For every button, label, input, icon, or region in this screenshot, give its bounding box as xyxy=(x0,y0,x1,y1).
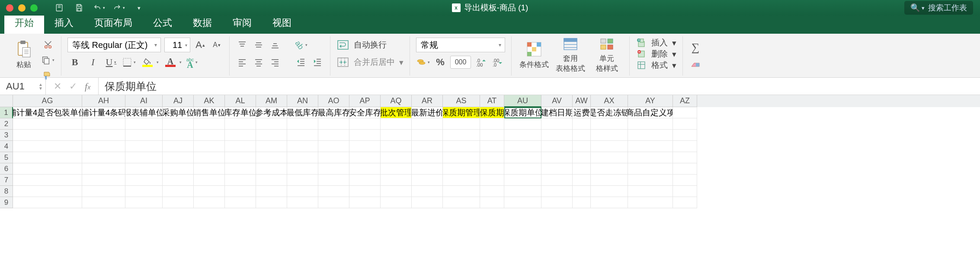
cell-AO1[interactable]: 最高库存 xyxy=(318,107,349,118)
cell-AP2[interactable] xyxy=(349,118,381,130)
cell-AY7[interactable] xyxy=(628,175,673,186)
cell-AT1[interactable]: 保质期 xyxy=(480,107,504,118)
search-box[interactable]: 🔍 ▾ 搜索工作表 xyxy=(904,1,973,15)
cut-button[interactable] xyxy=(41,38,55,51)
save-icon[interactable] xyxy=(70,2,88,13)
cell-AW5[interactable] xyxy=(573,152,591,163)
cell-AT6[interactable] xyxy=(480,163,504,175)
tab-review[interactable]: 审阅 xyxy=(222,13,262,34)
autosum-button[interactable]: ∑ xyxy=(689,41,702,54)
decrease-font-button[interactable]: A▾ xyxy=(210,38,223,51)
cell-AL8[interactable] xyxy=(225,186,256,197)
cell-AX5[interactable] xyxy=(591,152,628,163)
cell-AO8[interactable] xyxy=(318,186,349,197)
close-window[interactable] xyxy=(6,4,13,12)
cell-AX1[interactable]: 是否走冻链 xyxy=(591,107,628,118)
insert-function-button[interactable]: fx xyxy=(85,81,90,92)
cell-AY9[interactable] xyxy=(628,197,673,208)
cell-AS6[interactable] xyxy=(443,163,480,175)
border-button[interactable]: ▾ xyxy=(122,56,136,69)
cell-AY2[interactable] xyxy=(628,118,673,130)
cell-AK4[interactable] xyxy=(194,141,225,152)
cell-AM6[interactable] xyxy=(256,163,287,175)
copy-button[interactable]: ▾ xyxy=(41,54,55,67)
cell-AG5[interactable] xyxy=(13,152,82,163)
cell-AU6[interactable] xyxy=(504,163,541,175)
tab-insert[interactable]: 插入 xyxy=(44,13,84,34)
autosave-icon[interactable] xyxy=(51,2,68,13)
cell-AM2[interactable] xyxy=(256,118,287,130)
cell-AK2[interactable] xyxy=(194,118,225,130)
cell-AZ5[interactable] xyxy=(673,152,697,163)
select-all-corner[interactable] xyxy=(0,95,13,107)
cell-AK1[interactable]: 销售单位 xyxy=(194,107,225,118)
align-top-button[interactable] xyxy=(236,38,249,51)
cell-AV6[interactable] xyxy=(541,163,573,175)
col-header-AZ[interactable]: AZ xyxy=(673,95,697,107)
cell-AX3[interactable] xyxy=(591,130,628,141)
cell-AQ4[interactable] xyxy=(381,141,412,152)
cell-AN3[interactable] xyxy=(287,130,318,141)
cell-AG8[interactable] xyxy=(13,186,82,197)
cell-AO5[interactable] xyxy=(318,152,349,163)
col-header-AG[interactable]: AG xyxy=(13,95,82,107)
cell-AL5[interactable] xyxy=(225,152,256,163)
cell-AJ5[interactable] xyxy=(163,152,194,163)
cell-AI9[interactable] xyxy=(125,197,163,208)
cell-AY6[interactable] xyxy=(628,163,673,175)
cell-AZ4[interactable] xyxy=(673,141,697,152)
col-header-AN[interactable]: AN xyxy=(287,95,318,107)
cell-AL1[interactable]: 库存单位 xyxy=(225,107,256,118)
cell-AX2[interactable] xyxy=(591,118,628,130)
cell-AZ9[interactable] xyxy=(673,197,697,208)
cell-AG6[interactable] xyxy=(13,163,82,175)
col-header-AU[interactable]: AU xyxy=(504,95,541,107)
cell-AK7[interactable] xyxy=(194,175,225,186)
cell-AM1[interactable]: 参考成本 xyxy=(256,107,287,118)
cell-AJ1[interactable]: 采购单位 xyxy=(163,107,194,118)
tab-home[interactable]: 开始 xyxy=(4,13,44,34)
cell-AV9[interactable] xyxy=(541,197,573,208)
table-format-button[interactable]: 套用 表格格式 xyxy=(554,36,587,73)
cell-AH9[interactable] xyxy=(82,197,125,208)
cell-AH1[interactable]: 辅计量4条码 xyxy=(82,107,125,118)
cell-AT9[interactable] xyxy=(480,197,504,208)
row-header-4[interactable]: 4 xyxy=(0,141,13,152)
cell-AV8[interactable] xyxy=(541,186,573,197)
cell-AR6[interactable] xyxy=(412,163,443,175)
cell-AW8[interactable] xyxy=(573,186,591,197)
cell-AI1[interactable]: 报表辅单位 xyxy=(125,107,163,118)
col-header-AQ[interactable]: AQ xyxy=(381,95,412,107)
cell-AM5[interactable] xyxy=(256,152,287,163)
increase-indent-button[interactable] xyxy=(311,56,324,69)
cell-AI7[interactable] xyxy=(125,175,163,186)
row-header-5[interactable]: 5 xyxy=(0,152,13,163)
cell-AX4[interactable] xyxy=(591,141,628,152)
cell-AV4[interactable] xyxy=(541,141,573,152)
increase-font-button[interactable]: A▴ xyxy=(194,38,207,51)
cell-AH4[interactable] xyxy=(82,141,125,152)
orientation-button[interactable]: ab▾ xyxy=(295,38,308,51)
cell-AH7[interactable] xyxy=(82,175,125,186)
font-name-select[interactable]: 等线 Regular (正文) xyxy=(67,38,161,52)
row-header-9[interactable]: 9 xyxy=(0,197,13,208)
cell-AN4[interactable] xyxy=(287,141,318,152)
cell-AO2[interactable] xyxy=(318,118,349,130)
cell-AT8[interactable] xyxy=(480,186,504,197)
cell-AU1[interactable]: 保质期单位 xyxy=(504,107,541,118)
phonetic-button[interactable]: abcA▾ xyxy=(186,56,199,69)
cell-AI8[interactable] xyxy=(125,186,163,197)
row-header-2[interactable]: 2 xyxy=(0,118,13,130)
cell-AM4[interactable] xyxy=(256,141,287,152)
cell-AY1[interactable]: 商品自定义项 xyxy=(628,107,673,118)
cell-AP6[interactable] xyxy=(349,163,381,175)
align-bottom-button[interactable] xyxy=(269,38,282,51)
cell-AX9[interactable] xyxy=(591,197,628,208)
cell-AQ3[interactable] xyxy=(381,130,412,141)
cell-AG1[interactable]: 辅计量4是否包装单位 xyxy=(13,107,82,118)
cell-AV1[interactable]: 建档日期 xyxy=(541,107,573,118)
col-header-AJ[interactable]: AJ xyxy=(163,95,194,107)
cell-AR5[interactable] xyxy=(412,152,443,163)
decrease-indent-button[interactable] xyxy=(295,56,307,69)
cell-AR4[interactable] xyxy=(412,141,443,152)
